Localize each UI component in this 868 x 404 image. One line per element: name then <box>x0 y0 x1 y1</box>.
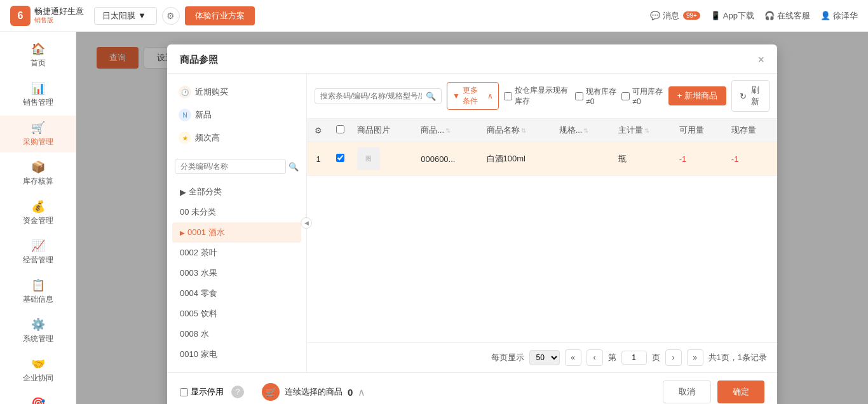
nav-item-highfreq[interactable]: ★ 频次高 <box>172 127 301 149</box>
sidebar-item-sales[interactable]: 📊 销售管理 <box>0 76 76 113</box>
warehouse-filter-checkbox[interactable]: 按仓库显示现有库存 <box>504 85 570 107</box>
page-input[interactable] <box>621 351 647 365</box>
basic-info-icon: 📋 <box>31 278 45 292</box>
system-icon: ⚙️ <box>31 318 45 332</box>
product-reference-modal: 商品参照 × 🕐 近期购买 N 新 <box>167 44 777 404</box>
sidebar: 🏠 首页 📊 销售管理 🛒 采购管理 📦 库存核算 💰 资金管理 📈 经营管理 … <box>0 32 76 404</box>
cancel-button[interactable]: 取消 <box>663 380 711 403</box>
gear-icon[interactable]: ⚙ <box>162 7 180 25</box>
top-nav: 6 畅捷通好生意 销售版 日太阳膜 ▼ ⚙ 体验行业方案 💬 消息 99+ 📱 … <box>0 0 868 32</box>
add-product-button[interactable]: + 新增商品 <box>668 86 726 105</box>
category-item-drink[interactable]: 0005 饮料 <box>172 304 301 324</box>
refresh-icon: ↻ <box>740 91 747 101</box>
row-checkbox[interactable] <box>330 142 351 176</box>
category-search-icon[interactable]: 🔍 <box>288 162 299 172</box>
sidebar-item-management[interactable]: 📈 经营管理 <box>0 234 76 271</box>
modal-overlay: 商品参照 × 🕐 近期购买 N 新 <box>76 32 868 404</box>
modal-header: 商品参照 × <box>167 44 777 74</box>
sidebar-item-system[interactable]: ⚙️ 系统管理 <box>0 313 76 349</box>
product-search-icon[interactable]: 🔍 <box>426 91 436 101</box>
app-download-item[interactable]: 📱 App下载 <box>710 10 754 22</box>
first-page-btn[interactable]: « <box>565 349 581 366</box>
available-filter-checkbox[interactable]: 现有库存≠0 <box>575 86 616 106</box>
cart-area: 🛒 连续选择的商品 0 ∧ <box>262 383 365 401</box>
nav-item-recent[interactable]: 🕐 近期购买 <box>172 81 301 103</box>
clock-icon: 🕐 <box>179 86 191 98</box>
sidebar-item-purchase[interactable]: 🛒 采购管理 <box>0 116 76 152</box>
show-disabled-checkbox[interactable]: 显示停用 <box>180 386 224 398</box>
product-image: 图 <box>357 147 380 170</box>
category-item-liquor[interactable]: ▶ 0001 酒水 <box>172 222 301 243</box>
main-layout: 🏠 首页 📊 销售管理 🛒 采购管理 📦 库存核算 💰 资金管理 📈 经营管理 … <box>0 32 868 404</box>
nav-item-new[interactable]: N 新品 <box>172 104 301 126</box>
category-list: ▶ 全部分类 00 未分类 ▶ 0001 酒水 0002 茶叶 0003 水果 … <box>167 182 306 365</box>
help-icon[interactable]: ? <box>231 386 244 398</box>
sidebar-item-guide[interactable]: 🎯 新手引导 <box>0 391 76 404</box>
col-available: 可用量 <box>673 119 725 142</box>
table-row[interactable]: 1 图 000600... 白酒100ml 瓶 <box>307 142 777 176</box>
col-unit[interactable]: 主计量⇅ <box>612 119 673 142</box>
messages-item[interactable]: 💬 消息 99+ <box>650 10 700 22</box>
management-icon: 📈 <box>31 239 45 253</box>
row-stock: -1 <box>725 142 777 176</box>
row-index: 1 <box>307 142 330 176</box>
experience-btn[interactable]: 体验行业方案 <box>185 6 255 25</box>
filter-button[interactable]: ▼ 更多条件 ∧ <box>447 82 499 110</box>
category-item-snack[interactable]: 0004 零食 <box>172 283 301 304</box>
next-page-btn[interactable]: › <box>665 349 682 366</box>
modal-body: 🕐 近期购买 N 新品 ★ 频次高 <box>167 74 777 372</box>
category-item-appliance[interactable]: 0010 家电 <box>172 344 301 365</box>
col-name[interactable]: 商品名称⇅ <box>480 119 553 142</box>
chevron-up-icon[interactable]: ∧ <box>358 386 365 398</box>
home-icon: 🏠 <box>31 42 45 56</box>
store-select[interactable]: 日太阳膜 ▼ <box>94 7 157 25</box>
right-panel: 🔍 ▼ 更多条件 ∧ 按仓库显示现有库存 <box>307 74 777 372</box>
footer-buttons: 取消 确定 <box>663 380 764 403</box>
col-settings[interactable]: ⚙ <box>307 119 330 142</box>
confirm-button[interactable]: 确定 <box>717 380 764 403</box>
product-table-container: ⚙ 商品图片 商品...⇅ 商品名称⇅ 规格...⇅ 主计量⇅ 可用量 现存量 <box>307 119 777 342</box>
sidebar-item-inventory[interactable]: 📦 库存核算 <box>0 155 76 192</box>
left-panel-nav: 🕐 近期购买 N 新品 ★ 频次高 <box>167 81 306 149</box>
panel-collapse-btn[interactable]: ◀ <box>301 217 312 229</box>
product-search-input[interactable] <box>320 91 422 100</box>
category-item-fruit[interactable]: 0003 水果 <box>172 263 301 283</box>
category-item-water[interactable]: 0008 水 <box>172 324 301 344</box>
product-table: ⚙ 商品图片 商品...⇅ 商品名称⇅ 规格...⇅ 主计量⇅ 可用量 现存量 <box>307 119 777 176</box>
category-search-input[interactable] <box>175 159 286 174</box>
page-size-select[interactable]: 50 <box>529 350 560 365</box>
row-name: 白酒100ml <box>480 142 553 176</box>
row-image: 图 <box>351 142 414 176</box>
content-area: 查询 设置 商品参照 × 🕐 <box>76 32 868 404</box>
row-unit: 瓶 <box>612 142 673 176</box>
prev-page-btn[interactable]: ‹ <box>587 349 603 366</box>
category-item-tea[interactable]: 0002 茶叶 <box>172 243 301 263</box>
user-item[interactable]: 👤 徐泽华 <box>820 10 858 22</box>
pagination-row: 每页显示 50 « ‹ 第 页 › » 共1页，1条记录 <box>307 342 777 372</box>
filter-icon: ▼ <box>452 91 460 100</box>
last-page-btn[interactable]: » <box>687 349 703 366</box>
sidebar-item-collab[interactable]: 🤝 企业协同 <box>0 352 76 389</box>
col-image: 商品图片 <box>351 119 414 142</box>
category-item-all[interactable]: ▶ 全部分类 <box>172 182 301 202</box>
col-spec[interactable]: 规格...⇅ <box>553 119 612 142</box>
modal-close-button[interactable]: × <box>757 53 764 67</box>
left-panel: 🕐 近期购买 N 新品 ★ 频次高 <box>167 74 307 372</box>
refresh-button[interactable]: ↻ 刷新 <box>731 80 770 112</box>
star-icon: ★ <box>179 131 191 144</box>
online-service-item[interactable]: 🎧 在线客服 <box>764 10 810 22</box>
sidebar-item-finance[interactable]: 💰 资金管理 <box>0 194 76 231</box>
logo-area: 6 畅捷通好生意 销售版 <box>10 6 84 26</box>
category-item-none[interactable]: 00 未分类 <box>172 202 301 222</box>
sidebar-item-home[interactable]: 🏠 首页 <box>0 37 76 74</box>
finance-icon: 💰 <box>31 199 45 213</box>
col-checkbox[interactable] <box>330 119 351 142</box>
col-code[interactable]: 商品...⇅ <box>414 119 480 142</box>
modal-footer: 显示停用 ? 🛒 连续选择的商品 0 ∧ 取消 确定 <box>167 372 777 404</box>
sidebar-item-basic-info[interactable]: 📋 基础信息 <box>0 273 76 310</box>
usable-filter-checkbox[interactable]: 可用库存≠0 <box>621 86 663 106</box>
cart-icon: 🛒 <box>262 383 280 401</box>
sales-icon: 📊 <box>31 81 45 95</box>
modal-title: 商品参照 <box>180 54 218 66</box>
nav-right: 💬 消息 99+ 📱 App下载 🎧 在线客服 👤 徐泽华 <box>650 10 858 22</box>
